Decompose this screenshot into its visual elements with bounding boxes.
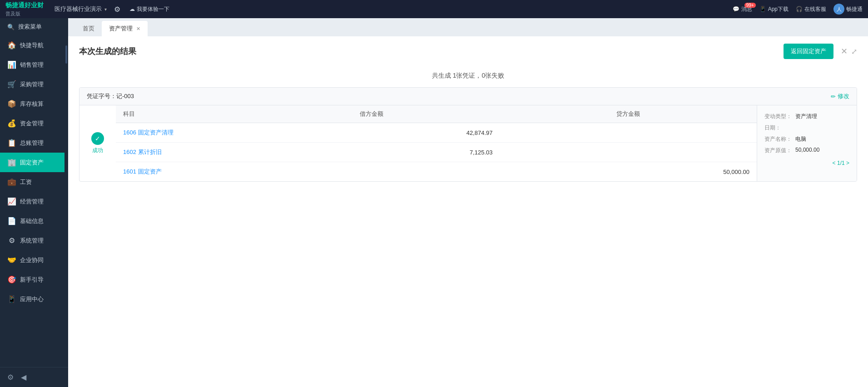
app-edition: 普及版 (5, 10, 44, 17)
voucher-header: 凭证字号：记-003 ✏ 修改 (79, 88, 857, 105)
page-content: 本次生成的结果 返回固定资产 ✕ ⤢ 共生成 1张凭证，0张失败 凭证字号：记-… (68, 36, 868, 387)
sidebar-item-quick-nav[interactable]: 🏠 快捷导航 (0, 35, 64, 55)
avatar: 人 (833, 4, 844, 15)
logo-wrap: 畅捷通好业财 普及版 (5, 1, 44, 17)
sidebar-payroll-label: 工资 (20, 178, 32, 186)
sidebar-item-ledger[interactable]: 📋 总账管理 (0, 133, 64, 153)
sidebar-footer: ⚙ ◀ (0, 367, 68, 387)
online-service-btn[interactable]: 🎧 在线客服 (796, 5, 826, 13)
experience-label: 我要体验一下 (137, 5, 169, 13)
purchase-icon: 🛒 (7, 80, 16, 89)
company-selector[interactable]: 医疗器械行业演示 ▾ (55, 5, 107, 13)
header-debit: 借方金额 (243, 105, 500, 123)
tab-asset-mgmt[interactable]: 资产管理 ✕ (102, 21, 148, 36)
sidebar-fund-label: 资金管理 (20, 119, 44, 128)
header-credit: 贷方金额 (500, 105, 757, 123)
date-label: 日期： (764, 124, 781, 132)
sidebar-search-label: 搜索菜单 (18, 23, 42, 31)
sidebar-enterprise-label: 企业协同 (20, 256, 44, 264)
sidebar-item-purchase[interactable]: 🛒 采购管理 (0, 74, 64, 94)
tab-close-icon[interactable]: ✕ (136, 26, 140, 32)
app-logo: 畅捷通好业财 (5, 1, 44, 10)
table-row: 1602 累计折旧 7,125.03 (116, 143, 757, 162)
sidebar-sales-label: 销售管理 (20, 61, 44, 69)
result-area: 共生成 1张凭证，0张失败 凭证字号：记-003 ✏ 修改 (68, 64, 868, 193)
message-badge: 99+ (744, 3, 756, 8)
result-summary: 共生成 1张凭证，0张失败 (79, 64, 857, 87)
cell-subject-2[interactable]: 1602 累计折旧 (116, 143, 243, 162)
edit-icon: ✏ (831, 93, 836, 100)
sidebar-item-system[interactable]: ⚙ 系统管理 (0, 231, 64, 250)
original-value-label: 资产原值： (764, 147, 792, 154)
next-page-btn[interactable]: > (846, 160, 849, 166)
asset-name-row: 资产名称： 电脑 (764, 134, 849, 145)
headset-icon: 🎧 (796, 6, 803, 12)
topbar: 畅捷通好业财 普及版 医疗器械行业演示 ▾ ⚙ ☁ 我要体验一下 💬 消息 99… (0, 0, 868, 18)
voucher-no: 凭证字号：记-003 (87, 92, 134, 100)
expand-icon[interactable]: ⤢ (851, 47, 857, 56)
footer-collapse-icon[interactable]: ◀ (21, 373, 26, 382)
inventory-icon: 📦 (7, 99, 16, 108)
table-header: 科目 借方金额 贷方金额 (116, 105, 757, 123)
cell-subject-1[interactable]: 1606 固定资产清理 (116, 123, 243, 142)
asset-name-value: 电脑 (795, 135, 806, 143)
app-download-btn[interactable]: 📱 App下载 (759, 5, 789, 13)
user-name: 畅捷通 (846, 5, 863, 13)
cloud-icon: ☁ (129, 6, 135, 12)
table-row: 1601 固定资产 50,000.00 (116, 162, 757, 181)
date-row: 日期： (764, 122, 849, 134)
message-btn[interactable]: 💬 消息 99+ (733, 5, 752, 13)
experience-btn[interactable]: ☁ 我要体验一下 (129, 5, 169, 13)
user-avatar[interactable]: 人 畅捷通 (833, 4, 863, 15)
cell-credit-3: 50,000.00 (500, 163, 757, 181)
voucher-section: 凭证字号：记-003 ✏ 修改 ✓ (79, 87, 857, 182)
settings-icon[interactable]: ⚙ (114, 5, 120, 14)
sidebar-fixed-assets-label: 固定资产 (20, 159, 44, 167)
close-icon[interactable]: ✕ (841, 46, 848, 56)
sidebar-system-label: 系统管理 (20, 237, 44, 245)
sidebar-item-enterprise[interactable]: 🤝 企业协同 (0, 250, 64, 270)
sidebar-item-fixed-assets[interactable]: 🏢 固定资产 (0, 153, 64, 172)
cell-subject-3[interactable]: 1601 固定资产 (116, 162, 243, 181)
sidebar-item-payroll[interactable]: 💼 工资 (0, 172, 64, 192)
sidebar-item-sales[interactable]: 📊 销售管理 (0, 55, 64, 74)
voucher-edit-btn[interactable]: ✏ 修改 (831, 92, 849, 100)
app-center-icon: 📱 (7, 295, 16, 303)
sidebar-basics-label: 基础信息 (20, 217, 44, 225)
prev-page-btn[interactable]: < (833, 160, 836, 166)
voucher-left: ✓ 成功 科目 借方金额 贷方金额 (79, 105, 757, 181)
mobile-icon: 📱 (759, 6, 766, 12)
sidebar-item-basics[interactable]: 📄 基础信息 (0, 211, 64, 231)
tab-bar: 首页 资产管理 ✕ (68, 18, 868, 36)
dropdown-icon: ▾ (104, 7, 107, 12)
sales-icon: 📊 (7, 60, 16, 69)
company-name: 医疗器械行业演示 (55, 5, 102, 13)
voucher-sidebar-info: 变动类型： 资产清理 日期： 资产名称： 电脑 (757, 105, 857, 181)
sidebar-item-search[interactable]: 🔍 搜索菜单 (0, 18, 64, 35)
tab-home[interactable]: 首页 (75, 21, 102, 36)
operations-icon: 📈 (7, 197, 16, 206)
home-icon: 🏠 (7, 41, 16, 50)
sidebar-item-inventory[interactable]: 📦 库存核算 (0, 94, 64, 114)
guide-icon: 🎯 (7, 275, 16, 284)
success-label: 成功 (92, 147, 103, 154)
return-button[interactable]: 返回固定资产 (784, 44, 833, 59)
sidebar-item-operations[interactable]: 📈 经营管理 (0, 192, 64, 211)
cell-debit-3 (243, 166, 500, 177)
change-type-row: 变动类型： 资产清理 (764, 111, 849, 122)
app-download-label: App下载 (768, 5, 789, 13)
payroll-icon: 💼 (7, 178, 16, 186)
sidebar-item-guide[interactable]: 🎯 新手引导 (0, 270, 64, 289)
online-service-label: 在线客服 (804, 5, 826, 13)
footer-settings-icon[interactable]: ⚙ (7, 373, 14, 382)
page-info: 1/1 (837, 160, 846, 166)
sidebar: 🔍 搜索菜单 🏠 快捷导航 📊 销售管理 🛒 采购管理 📦 库存核 (0, 18, 68, 387)
sidebar-item-fund[interactable]: 💰 资金管理 (0, 114, 64, 133)
fund-icon: 💰 (7, 119, 16, 128)
sidebar-item-app-center[interactable]: 📱 应用中心 (0, 289, 64, 309)
sidebar-app-center-label: 应用中心 (20, 295, 44, 303)
sidebar-ledger-label: 总账管理 (20, 139, 44, 147)
change-type-label: 变动类型： (764, 113, 792, 120)
basics-icon: 📄 (7, 217, 16, 225)
sidebar-guide-label: 新手引导 (20, 276, 44, 284)
